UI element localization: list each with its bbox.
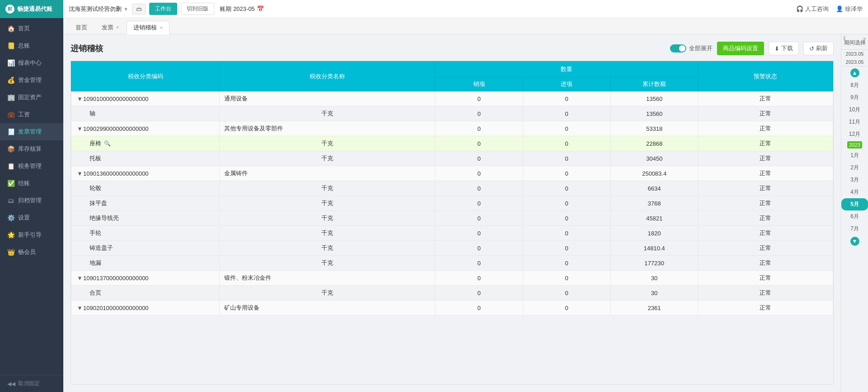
refresh-btn[interactable]: ↺ 刷新 (803, 42, 834, 55)
panel-close-btn[interactable]: × (863, 35, 866, 42)
month-item-6[interactable]: 6月 (841, 210, 868, 223)
table-row-purchase: 0 (523, 121, 611, 136)
table-row-total: 22868 (610, 136, 698, 151)
tab-reconcile[interactable]: 进销稽核 × (127, 21, 169, 34)
table-row-unit: 千克 (220, 136, 435, 151)
tab-invoice-close[interactable]: × (116, 25, 119, 30)
sidebar-item-payroll[interactable]: 💼 工资 (0, 106, 63, 123)
table-row-sales: 0 (435, 181, 523, 196)
table-row-name-indent: 绝缘导线壳 (71, 211, 220, 226)
period-label: 账期 (220, 5, 231, 13)
sidebar-item-invoice[interactable]: 🧾 发票管理 (0, 123, 63, 140)
search-icon[interactable]: 🔍 (104, 140, 111, 147)
month-item-2[interactable]: 2月 (841, 162, 868, 174)
company-selector[interactable]: 沈海英测试经营勿删 ▼ (69, 5, 128, 13)
toggle-track[interactable] (670, 44, 686, 53)
month-item-12[interactable]: 12月 (841, 128, 868, 140)
sidebar-nav: 🏠 首页 📒 总账 📊 报表中心 💰 资金管理 🏢 固定资产 💼 工资 🧾 发票… (0, 18, 63, 375)
archive-btn[interactable]: 🗃 (132, 4, 146, 14)
month-item-10[interactable]: 10月 (841, 104, 868, 116)
sidebar: 财 畅捷通易代账 🏠 首页 📒 总账 📊 报表中心 💰 资金管理 🏢 固定资产 … (0, 0, 63, 392)
download-btn[interactable]: ⬇ 下载 (769, 42, 799, 55)
settlement-icon: ✅ (7, 180, 14, 187)
month-item-5[interactable]: 5月 (841, 198, 868, 210)
table-row-sales: 0 (435, 271, 523, 286)
sidebar-item-membership[interactable]: 👑 畅会员 (0, 244, 63, 261)
page-title: 进销稽核 (71, 43, 103, 54)
table-row: 托板 千克 0 0 30450 正常 (71, 151, 833, 166)
sidebar-item-archive[interactable]: 🗂 归档管理 (0, 192, 63, 209)
table-row-total: 1820 (610, 226, 698, 241)
table-row-sales: 0 (435, 151, 523, 166)
sidebar-item-guide[interactable]: 🌟 新手引导 (0, 226, 63, 244)
membership-icon: 👑 (7, 249, 14, 256)
table-row-total: 6634 (610, 181, 698, 196)
expand-icon[interactable]: ▼ (77, 275, 81, 282)
sidebar-item-settlement[interactable]: ✅ 结账 (0, 175, 63, 192)
sidebar-item-inventory[interactable]: 📦 库存核算 (0, 140, 63, 158)
tab-invoice[interactable]: 发票 × (95, 20, 126, 34)
tab-invoice-label: 发票 (102, 24, 113, 32)
table-row-unit: 千克 (220, 226, 435, 241)
support-label: 人工咨询 (805, 5, 829, 13)
table-row-sales: 0 (435, 196, 523, 211)
tab-reconcile-close[interactable]: × (160, 25, 162, 30)
expand-icon[interactable]: ▼ (77, 170, 81, 177)
month-item-7[interactable]: 7月 (841, 223, 868, 235)
tab-home[interactable]: 首页 (69, 20, 94, 34)
calendar-icon[interactable]: 📅 (257, 5, 264, 12)
table-row-name: 矿山专用设备 (220, 301, 435, 316)
table-row-total: 250083.4 (610, 166, 698, 181)
sidebar-item-home[interactable]: 🏠 首页 (0, 20, 63, 37)
user-btn[interactable]: 👤 徐泽华 (836, 5, 863, 13)
table-row-name-indent: 轮毂 (71, 181, 220, 196)
period-row-1[interactable]: 2023.05 (841, 50, 868, 58)
col-tax-name: 税收分类名称 (220, 62, 435, 91)
sidebar-item-reports[interactable]: 📊 报表中心 (0, 54, 63, 72)
table-row-sales: 0 (435, 211, 523, 226)
sidebar-item-tax[interactable]: 📋 税务管理 (0, 158, 63, 175)
period-value: 2023-05 (233, 5, 255, 12)
month-item-4[interactable]: 4月 (841, 186, 868, 198)
product-code-btn[interactable]: 商品编码设置 (717, 42, 764, 55)
sidebar-item-ledger[interactable]: 📒 总账 (0, 37, 63, 54)
table-row: 抹平盘 千克 0 0 3768 正常 (71, 196, 833, 211)
expand-icon[interactable]: ▼ (77, 305, 81, 311)
table-row: 轴 千克 0 0 13560 正常 (71, 106, 833, 121)
sidebar-footer-unpin[interactable]: ◀◀ 取消固定 (0, 375, 63, 392)
table-row-name-indent: 合页 (71, 286, 220, 301)
table-row-sales: 0 (435, 286, 523, 301)
col-warning: 预警状态 (698, 62, 833, 91)
table-row-code: ▼10901360000000000000 (71, 166, 220, 181)
sidebar-item-funds[interactable]: 💰 资金管理 (0, 72, 63, 89)
period-row-2[interactable]: 2023.05 (841, 58, 868, 67)
table-row-total: 177230 (610, 256, 698, 271)
expand-icon[interactable]: ▼ (77, 96, 81, 102)
sidebar-item-label: 结账 (18, 179, 30, 187)
month-item-3[interactable]: 3月 (841, 174, 868, 186)
table-row-total: 30 (610, 286, 698, 301)
sidebar-item-settings[interactable]: ⚙️ 设置 (0, 209, 63, 226)
support-btn[interactable]: 🎧 人工咨询 (796, 5, 829, 13)
topbar-right: 🎧 人工咨询 👤 徐泽华 (796, 5, 863, 13)
sidebar-item-assets[interactable]: 🏢 固定资产 (0, 89, 63, 106)
panel-expand-btn[interactable]: ⟪ (843, 35, 846, 41)
table-row-status: 正常 (698, 196, 833, 211)
table-row-unit: 千克 (220, 241, 435, 256)
scroll-up-btn[interactable]: ▲ (850, 68, 859, 77)
page-header-actions: 全部展开 商品编码设置 ⬇ 下载 ↺ 刷新 (670, 42, 834, 55)
month-item-1[interactable]: 1月 (841, 149, 868, 162)
scroll-down-btn[interactable]: ▼ (850, 237, 859, 246)
month-item-8[interactable]: 8月 (841, 79, 868, 91)
month-item-11[interactable]: 11月 (841, 116, 868, 128)
switch-version-btn[interactable]: 切到旧版 (181, 3, 214, 15)
table-row-purchase: 0 (523, 226, 611, 241)
month-item-9[interactable]: 9月 (841, 91, 868, 104)
sidebar-item-label: 工资 (18, 110, 30, 119)
funds-icon: 💰 (7, 76, 14, 84)
workbench-btn[interactable]: 工作台 (149, 3, 177, 15)
archive-btn-icon: 🗃 (136, 6, 142, 12)
sidebar-item-label: 资金管理 (18, 76, 42, 84)
expand-icon[interactable]: ▼ (77, 125, 81, 132)
expand-all-toggle[interactable]: 全部展开 (670, 44, 712, 53)
